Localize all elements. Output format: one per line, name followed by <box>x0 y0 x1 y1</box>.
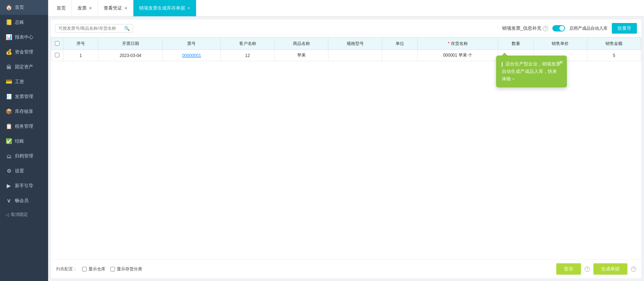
sidebar-item-label: 首页 <box>15 4 24 11</box>
cancel-fixed-label: 取消固定 <box>11 212 28 218</box>
bottom-right: 暂存 ? 生成单据 ? <box>556 263 636 275</box>
show-category-text: 显示存货分类 <box>117 266 142 272</box>
tab-home[interactable]: 首页 <box>51 0 72 16</box>
sidebar-item-label: 税务管理 <box>15 123 33 130</box>
sidebar-item-assets[interactable]: 🏛 固定资产 <box>0 59 48 74</box>
invoice-icon: 🧾 <box>6 93 12 100</box>
show-category-checkbox[interactable] <box>110 267 115 271</box>
ledger-icon: 📒 <box>6 19 12 25</box>
show-warehouse-text: 显示仓库 <box>88 266 105 272</box>
cell-inventory: 000001 苹果 个 <box>417 50 498 61</box>
generate-button[interactable]: 生成单据 <box>593 263 627 275</box>
cell-customer: 12 <box>220 50 274 61</box>
sidebar: 🏠 首页 📒 总账 📊 报表中心 💰 资金管理 🏛 固定资产 💳 工资 🧾 发票… <box>0 0 48 281</box>
auto-stock-toggle[interactable] <box>552 25 565 31</box>
sidebar-item-label: 归档管理 <box>15 153 33 159</box>
inventory-icon: 📦 <box>6 108 12 115</box>
settings-icon: ⚙ <box>6 168 12 174</box>
cell-date: 2023-03-04 <box>98 50 163 61</box>
th-unit-price: 销售单价 <box>533 38 587 50</box>
sidebar-item-invoice[interactable]: 🧾 发票管理 <box>0 89 48 104</box>
tab-invoice-close[interactable]: ✕ <box>89 6 92 11</box>
cancel-fixed[interactable]: ◁ 取消固定 <box>0 208 48 221</box>
th-unit: 单位 <box>382 38 417 50</box>
sidebar-item-inventory[interactable]: 📦 库存核算 <box>0 104 48 119</box>
sidebar-item-report[interactable]: 📊 报表中心 <box>0 30 48 45</box>
row-checkbox[interactable] <box>55 53 59 57</box>
show-category-label[interactable]: 显示存货分类 <box>110 266 142 272</box>
tax-icon: 📋 <box>6 123 12 130</box>
cell-amount: 5 <box>587 50 641 61</box>
sidebar-item-fund[interactable]: 💰 资金管理 <box>0 45 48 59</box>
sidebar-item-home[interactable]: 🏠 首页 <box>0 0 48 15</box>
sidebar-item-label: 总账 <box>15 19 24 25</box>
toolbar-right: 销项发票_信息补充 ? 启用产成品自动入库 批量导 <box>502 23 637 34</box>
sidebar-item-label: 设置 <box>15 168 24 174</box>
table-header-row: 序号 开票日期 票号 客户名称 商品名称 规格型号 单位 存货名称 数量 销售单… <box>51 38 641 50</box>
sidebar-item-settings[interactable]: ⚙ 设置 <box>0 164 48 178</box>
th-date: 开票日期 <box>98 38 163 50</box>
tab-invoice[interactable]: 发票 ✕ <box>72 0 98 16</box>
info-label-text: 销项发票_信息补充 <box>502 25 541 31</box>
fund-icon: 💰 <box>6 49 12 55</box>
report-icon: 📊 <box>6 34 12 40</box>
show-warehouse-checkbox[interactable] <box>82 267 87 271</box>
info-help-icon[interactable]: ? <box>543 26 548 31</box>
tooltip-popover: ✕ 适合生产型企业，销项发票自动生成产成品入库，快来体验～ <box>496 56 567 87</box>
tab-invoice-label: 发票 <box>77 5 87 11</box>
sidebar-item-member[interactable]: V 畅会员 <box>0 193 48 208</box>
generate-help-icon[interactable]: ? <box>631 266 636 272</box>
info-label: 销项发票_信息补充 ? <box>502 25 548 31</box>
sidebar-item-label: 固定资产 <box>15 64 33 70</box>
tab-voucher-close[interactable]: ✕ <box>124 6 127 11</box>
tooltip-text: 适合生产型企业，销项发票自动生成产成品入库，快来体验～ <box>502 61 560 81</box>
toggle-track[interactable] <box>552 25 565 31</box>
guide-icon: ▶ <box>6 183 12 189</box>
archive-icon: 🗂 <box>6 153 12 159</box>
cell-invoice-no[interactable]: 00000001 <box>162 50 220 61</box>
tab-voucher-label: 查看凭证 <box>104 5 122 11</box>
content-panel: 🔍 销项发票_信息补充 ? 启用产成品自动入库 批量导 <box>51 19 641 278</box>
select-all-checkbox[interactable] <box>55 41 59 46</box>
cancel-fixed-icon: ◁ <box>6 212 9 217</box>
th-invoice-no: 票号 <box>162 38 220 50</box>
tab-stock-order-close[interactable]: ✕ <box>187 6 190 11</box>
save-help-icon[interactable]: ? <box>585 266 590 272</box>
sidebar-item-label: 发票管理 <box>15 93 33 100</box>
sidebar-item-tax[interactable]: 📋 税务管理 <box>0 119 48 134</box>
toggle-label: 启用产成品自动入库 <box>569 25 608 31</box>
sidebar-item-label: 库存核算 <box>15 108 33 115</box>
tooltip-close-button[interactable]: ✕ <box>559 58 563 66</box>
tab-bar: 首页 发票 ✕ 查看凭证 ✕ 销项发票生成库存单据 ✕ <box>48 0 644 17</box>
batch-import-button[interactable]: 批量导 <box>612 23 637 34</box>
sidebar-item-archive[interactable]: 🗂 归档管理 <box>0 149 48 164</box>
search-icon: 🔍 <box>124 26 130 31</box>
th-amount: 销售金额 <box>587 38 641 50</box>
sidebar-item-salary[interactable]: 💳 工资 <box>0 74 48 89</box>
th-seq: 序号 <box>63 38 98 50</box>
th-qty: 数量 <box>498 38 533 50</box>
search-box[interactable]: 🔍 <box>55 24 133 33</box>
salary-icon: 💳 <box>6 79 12 85</box>
sidebar-item-label: 结账 <box>15 138 24 144</box>
close-account-icon: ✅ <box>6 138 12 144</box>
sidebar-item-label: 畅会员 <box>15 197 29 204</box>
bottom-bar: 列表配置： 显示仓库 显示存货分类 暂存 ? 生成单据 ? <box>51 259 641 278</box>
cell-seq: 1 <box>63 50 98 61</box>
sidebar-item-ledger[interactable]: 📒 总账 <box>0 15 48 30</box>
search-input[interactable] <box>58 26 122 31</box>
assets-icon: 🏛 <box>6 64 12 70</box>
sidebar-item-guide[interactable]: ▶ 新手引导 <box>0 178 48 193</box>
tab-voucher[interactable]: 查看凭证 ✕ <box>98 0 133 16</box>
tab-stock-order-label: 销项发票生成库存单据 <box>139 5 185 11</box>
list-config-label: 列表配置： <box>56 266 77 272</box>
show-warehouse-label[interactable]: 显示仓库 <box>82 266 105 272</box>
tab-home-label: 首页 <box>57 5 66 11</box>
save-button[interactable]: 暂存 <box>556 263 581 275</box>
sidebar-item-close[interactable]: ✅ 结账 <box>0 134 48 149</box>
tab-stock-order[interactable]: 销项发票生成库存单据 ✕ <box>133 0 196 16</box>
toolbar: 🔍 销项发票_信息补充 ? 启用产成品自动入库 批量导 <box>51 19 641 38</box>
th-inventory: 存货名称 <box>417 38 498 50</box>
th-customer: 客户名称 <box>220 38 274 50</box>
cell-product: 苹果 <box>275 50 328 61</box>
